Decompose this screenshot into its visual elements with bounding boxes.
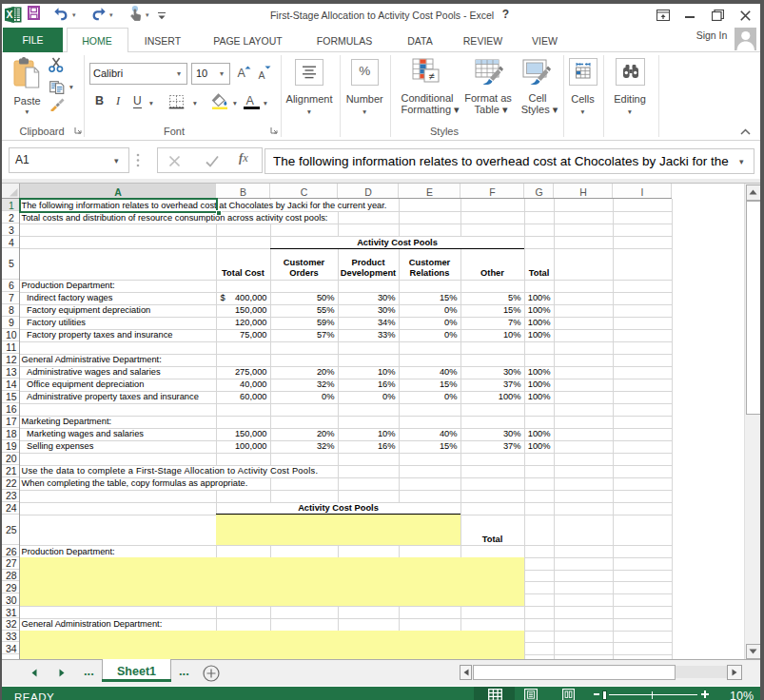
svg-text:≠: ≠: [428, 70, 434, 82]
svg-text:X: X: [6, 9, 12, 20]
